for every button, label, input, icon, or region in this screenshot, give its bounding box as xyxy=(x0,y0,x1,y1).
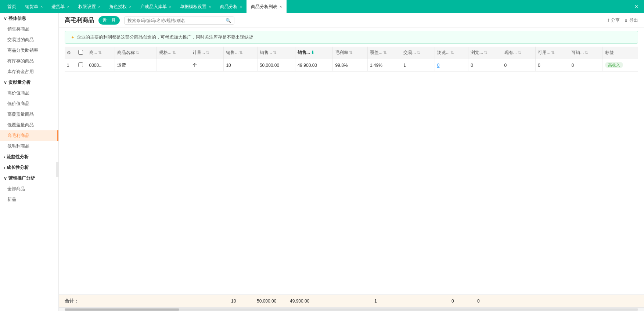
close-icon[interactable]: × xyxy=(98,4,100,9)
close-icon[interactable]: × xyxy=(40,4,43,9)
sidebar-item-high-margin[interactable]: 高毛利商品 xyxy=(0,130,58,141)
col-unit[interactable]: 计量...⇅ xyxy=(190,47,223,59)
filter-recent-month[interactable]: 近一月 xyxy=(98,16,120,25)
search-input[interactable] xyxy=(127,18,226,23)
sidebar-item-in-stock[interactable]: 有库存的商品 xyxy=(0,56,58,66)
cell-browse1[interactable]: 0 xyxy=(435,59,468,72)
export-icon: ⬇ xyxy=(624,18,628,23)
sidebar-item-traded-goods[interactable]: 交易过的商品 xyxy=(0,35,58,45)
sidebar-item-low-value[interactable]: 低价值商品 xyxy=(0,98,58,109)
cell-transaction: 1 xyxy=(401,59,435,72)
sidebar-item-low-margin[interactable]: 低毛利商品 xyxy=(0,141,58,152)
chevron-right-icon: › xyxy=(4,165,5,170)
footer-spacer2 xyxy=(93,299,104,304)
sidebar-item-high-value[interactable]: 高价值商品 xyxy=(0,88,58,98)
nav-product-analysis[interactable]: 商品分析 × xyxy=(216,0,247,13)
footer-gross-spacer xyxy=(321,299,346,304)
col-settings[interactable]: ⚙ xyxy=(65,47,76,59)
footer-stock: 0 xyxy=(449,299,475,304)
col-sale-qty[interactable]: 销售...⇅ xyxy=(224,47,257,59)
chevron-right-icon: › xyxy=(4,155,5,160)
close-all-button[interactable]: × xyxy=(632,3,641,10)
cell-stock: 0 xyxy=(502,59,535,72)
nav-template-settings[interactable]: 单据模板设置 × xyxy=(176,0,215,13)
chevron-down-icon: ∨ xyxy=(4,80,7,85)
sidebar-group-marketing[interactable]: ∨ 营销推广分析 xyxy=(0,173,58,184)
footer-spacer4 xyxy=(133,299,177,304)
footer-sale-amt2: 49,900.00 xyxy=(288,299,321,304)
cell-available: 0 xyxy=(535,59,569,72)
sidebar-group-overview[interactable]: ∨ 整体信息 xyxy=(0,13,58,24)
table-row: 1 0000... 运费 个 10 50,000.00 49,900.00 99… xyxy=(65,59,638,72)
close-icon[interactable]: × xyxy=(169,4,171,9)
col-name[interactable]: 商品名称⇅ xyxy=(115,47,156,59)
footer-spacer5 xyxy=(177,299,207,304)
table-container: ⚙ 商...⇅ 商品名称⇅ 规格...⇅ 计量...⇅ 销售...⇅ 销售...… xyxy=(59,47,644,294)
footer-browse1 xyxy=(398,299,424,304)
sidebar-item-all-goods[interactable]: 全部商品 xyxy=(0,184,58,194)
col-spec[interactable]: 规格...⇅ xyxy=(156,47,190,59)
close-icon[interactable]: × xyxy=(209,4,211,9)
sidebar-item-category-rate[interactable]: 商品分类助销率 xyxy=(0,45,58,56)
export-button[interactable]: ⬇ 导出 xyxy=(624,17,638,23)
table-header-row: ⚙ 商...⇅ 商品名称⇅ 规格...⇅ 计量...⇅ 销售...⇅ 销售...… xyxy=(65,47,638,59)
col-sale-amt[interactable]: 销售...⇅ xyxy=(257,47,295,59)
col-stock[interactable]: 现有...⇅ xyxy=(502,47,535,59)
footer-label: 合计： xyxy=(65,298,79,304)
cell-checkbox[interactable] xyxy=(76,59,87,72)
col-code[interactable]: 商...⇅ xyxy=(87,47,115,59)
page-title: 高毛利商品 xyxy=(65,17,94,24)
scrollbar-thumb[interactable] xyxy=(65,308,179,311)
data-table: ⚙ 商...⇅ 商品名称⇅ 规格...⇅ 计量...⇅ 销售...⇅ 销售...… xyxy=(65,47,638,72)
cell-sale-amt2: 49,900.00 xyxy=(295,59,333,72)
cell-saleable: 0 xyxy=(569,59,602,72)
search-icon[interactable]: 🔍 xyxy=(226,18,231,23)
col-browse1[interactable]: 浏览...⇅ xyxy=(435,47,468,59)
footer-sale-amt: 50,000.00 xyxy=(255,299,288,304)
cell-unit: 个 xyxy=(190,59,223,72)
close-icon[interactable]: × xyxy=(280,4,282,9)
row-checkbox[interactable] xyxy=(78,62,83,67)
sidebar-item-stock-capital[interactable]: 库存资金占用 xyxy=(0,66,58,77)
content-area: 高毛利商品 近一月 🔍 ⤴ 分享 ⬇ 导出 ✦ 企业的主要的利润都是这部分商品创… xyxy=(59,13,644,311)
sidebar: 《 ∨ 整体信息 销售类商品 交易过的商品 商品分类助销率 有库存的商品 库存资… xyxy=(0,13,59,311)
sidebar-item-low-coverage[interactable]: 低覆盖量商品 xyxy=(0,120,58,130)
horizontal-scrollbar[interactable] xyxy=(59,307,644,311)
select-all-checkbox[interactable] xyxy=(78,50,83,55)
sidebar-item-new-goods[interactable]: 新品 xyxy=(0,194,58,205)
scrollbar-track xyxy=(65,308,638,311)
close-icon[interactable]: × xyxy=(67,4,69,9)
footer-sale-qty: 10 xyxy=(229,299,255,304)
sidebar-item-high-coverage[interactable]: 高覆盖量商品 xyxy=(0,109,58,120)
cell-name: 运费 xyxy=(115,59,156,72)
col-coverage[interactable]: 覆盖...⇅ xyxy=(367,47,401,59)
nav-roles[interactable]: 角色授权 × xyxy=(105,0,136,13)
footer-transaction: 1 xyxy=(372,299,398,304)
col-gross-rate[interactable]: 毛利率⇅ xyxy=(333,47,367,59)
nav-sales[interactable]: 销货单 × xyxy=(21,0,47,13)
nav-finished-goods[interactable]: 产成品入库单 × xyxy=(136,0,176,13)
nav-purchase[interactable]: 进货单 × xyxy=(47,0,73,13)
share-button[interactable]: ⤴ 分享 xyxy=(607,17,620,23)
nav-product-analysis-list[interactable]: 商品分析列表 × xyxy=(247,0,286,13)
col-checkbox[interactable] xyxy=(76,47,87,59)
sidebar-group-growth[interactable]: › 成长性分析 xyxy=(0,162,58,173)
main-layout: 《 ∨ 整体信息 销售类商品 交易过的商品 商品分类助销率 有库存的商品 库存资… xyxy=(0,13,644,311)
nav-permissions[interactable]: 权限设置 × xyxy=(74,0,105,13)
col-tag[interactable]: 标签 xyxy=(602,47,638,59)
col-available[interactable]: 可用...⇅ xyxy=(535,47,569,59)
nav-home[interactable]: 首页 xyxy=(3,0,21,13)
col-browse2[interactable]: 浏览...⇅ xyxy=(468,47,502,59)
col-saleable[interactable]: 可销...⇅ xyxy=(569,47,602,59)
sidebar-group-contribution[interactable]: ∨ 贡献量分析 xyxy=(0,77,58,88)
close-icon[interactable]: × xyxy=(240,4,242,9)
col-transaction[interactable]: 交易...⇅ xyxy=(401,47,435,59)
sidebar-toggle[interactable]: 《 xyxy=(56,162,59,177)
close-icon[interactable]: × xyxy=(129,4,131,9)
top-nav: 首页 销货单 × 进货单 × 权限设置 × 角色授权 × 产成品入库单 × 单据… xyxy=(0,0,644,13)
col-sale-amt2[interactable]: 销售...⬇ xyxy=(295,47,333,59)
search-box: 🔍 xyxy=(124,17,234,25)
sidebar-item-sales-goods[interactable]: 销售类商品 xyxy=(0,24,58,35)
sidebar-group-trend[interactable]: › 流趋性分析 xyxy=(0,152,58,162)
cell-gross-rate: 99.8% xyxy=(333,59,367,72)
